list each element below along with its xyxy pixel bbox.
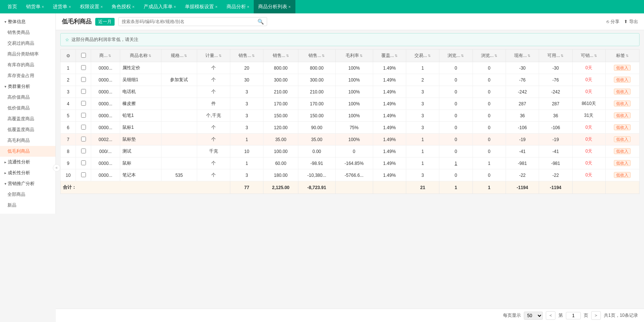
close-icon[interactable]: × [68, 4, 71, 9]
sidebar-item-category-assist[interactable]: 商品分类助销率 [0, 49, 55, 60]
select-all-checkbox[interactable] [81, 53, 86, 58]
row-tag: 低收入 [605, 110, 639, 122]
nav-sales-order[interactable]: 销货单 × [22, 0, 48, 13]
row-sale-qty: 3 [230, 110, 263, 122]
nav-permission[interactable]: 权限设置 × [76, 0, 107, 13]
export-button[interactable]: ⬆ 导出 [624, 19, 638, 25]
time-badge[interactable]: 近一月 [95, 18, 115, 26]
row-unit: 个 [197, 122, 230, 134]
col-browse-count[interactable]: 浏览...⇅ [439, 50, 472, 62]
close-icon[interactable]: × [247, 4, 249, 9]
sidebar-item-high-profit[interactable]: 高毛利商品 [0, 135, 55, 146]
row-stock-avail: 287 [539, 98, 572, 110]
col-sale-days[interactable]: 可销...⇅ [572, 50, 605, 62]
sidebar-collapse-button[interactable]: « [53, 164, 60, 172]
row-sale-price: 100.00 [263, 146, 298, 157]
row-select-checkbox[interactable] [81, 89, 86, 94]
sidebar-item-high-coverage[interactable]: 高覆盖度商品 [0, 114, 55, 124]
nav-role-auth[interactable]: 角色授权 × [107, 0, 139, 13]
sidebar-item-low-value[interactable]: 低价值商品 [0, 103, 55, 114]
close-icon[interactable]: × [288, 4, 291, 9]
row-checkbox[interactable] [76, 74, 91, 86]
col-unit[interactable]: 计量...⇅ [197, 50, 230, 62]
col-checkbox[interactable] [76, 50, 91, 62]
table-row: 4 0000... 橡皮擦 件 3 170.00 170.00 100% 1.4… [61, 98, 640, 110]
search-icon[interactable]: 🔍 [257, 19, 264, 25]
row-checkbox[interactable] [76, 146, 91, 157]
sidebar-item-low-coverage[interactable]: 低覆盖度商品 [0, 124, 55, 135]
search-input[interactable] [122, 19, 257, 24]
sidebar-item-traded-goods[interactable]: 交易过的商品 [0, 38, 55, 49]
row-checkbox[interactable] [76, 169, 91, 181]
row-select-checkbox[interactable] [81, 137, 86, 141]
row-checkbox[interactable] [76, 134, 91, 146]
nav-purchase-order[interactable]: 进货单 × [48, 0, 75, 13]
sidebar-group-marketing[interactable]: ▾ 营销推广分析 [0, 178, 55, 189]
col-tag[interactable]: 标签⇅ [605, 50, 639, 62]
row-checkbox[interactable] [76, 110, 91, 122]
sidebar-item-all-goods[interactable]: 全部商品 [0, 189, 55, 200]
sidebar-group-growth[interactable]: ▸ 成长性分析 [0, 168, 55, 178]
row-select-checkbox[interactable] [81, 113, 86, 118]
nav-template-settings[interactable]: 单据模板设置 × [180, 0, 222, 13]
row-select-checkbox[interactable] [81, 172, 86, 177]
row-select-checkbox[interactable] [81, 77, 86, 82]
col-spec[interactable]: 规格...⇅ [161, 50, 197, 62]
nav-product-analysis[interactable]: 商品分析 × [222, 0, 254, 13]
sidebar-item-sales-goods[interactable]: 销售类商品 [0, 27, 55, 38]
row-checkbox[interactable] [76, 122, 91, 134]
row-select-checkbox[interactable] [81, 101, 86, 106]
close-icon[interactable]: × [42, 4, 44, 9]
sidebar-item-low-profit[interactable]: 低毛利商品 [0, 146, 55, 157]
row-checkbox[interactable] [76, 157, 91, 169]
col-trade-count[interactable]: 交易...⇅ [406, 50, 439, 62]
row-checkbox[interactable] [76, 62, 91, 74]
close-icon[interactable]: × [100, 4, 103, 9]
row-select-checkbox[interactable] [81, 65, 86, 70]
col-gross-rate[interactable]: 毛利率⇅ [335, 50, 373, 62]
close-icon[interactable]: × [174, 4, 176, 9]
sidebar-group-overall[interactable]: ▾ 整体信息 [0, 16, 55, 27]
col-sale-qty[interactable]: 销售...⇅ [230, 50, 263, 62]
nav-home[interactable]: 首页 [3, 0, 22, 13]
sidebar-group-circulation[interactable]: ▸ 流通性分析 [0, 157, 55, 168]
close-icon[interactable]: × [132, 4, 134, 9]
per-page-select[interactable]: 50 100 200 [524, 312, 543, 320]
sidebar-group-group-analysis[interactable]: ▾ 类群量分析 [0, 81, 55, 92]
nav-product-stock[interactable]: 产成品入库单 × [139, 0, 180, 13]
share-button[interactable]: ⎋ 分享 [606, 19, 619, 25]
col-code[interactable]: 商...⇅ [91, 50, 120, 62]
prev-page-button[interactable]: ＜ [546, 311, 555, 320]
nav-product-analysis-list[interactable]: 商品分析列表 × [254, 0, 295, 13]
close-icon[interactable]: × [215, 4, 217, 9]
row-select-checkbox[interactable] [81, 149, 86, 153]
next-page-button[interactable]: ＞ [591, 311, 601, 320]
row-select-checkbox[interactable] [81, 125, 86, 130]
col-sale-price[interactable]: 销售...⇅ [263, 50, 298, 62]
row-browse-count[interactable]: 1 [439, 157, 472, 169]
page-title: 低毛利商品 [62, 18, 92, 26]
sidebar-item-new-goods[interactable]: 新品 [0, 200, 55, 211]
row-stock-now: -242 [506, 86, 539, 98]
col-name[interactable]: 商品名称⇅ [120, 50, 161, 62]
col-cover-rate[interactable]: 覆盖...⇅ [373, 50, 406, 62]
tag-badge: 低收入 [614, 160, 631, 166]
col-stock-now[interactable]: 现有...⇅ [506, 50, 539, 62]
col-stock-avail[interactable]: 可用...⇅ [539, 50, 572, 62]
col-settings[interactable]: ⚙ [61, 50, 76, 62]
page-number-input[interactable] [566, 312, 581, 319]
row-sale-qty: 10 [230, 146, 263, 157]
col-sale-profit[interactable]: 销售...⇅ [298, 50, 335, 62]
row-checkbox[interactable] [76, 98, 91, 110]
sidebar-item-high-value[interactable]: 高价值商品 [0, 92, 55, 103]
sidebar-item-stock-capital[interactable]: 库存资金占用 [0, 70, 55, 81]
table-row: 3 0000... 电话机 个 3 210.00 210.00 100% 1.4… [61, 86, 640, 98]
tag-badge: 低收入 [614, 172, 631, 178]
row-num: 1 [61, 62, 76, 74]
row-select-checkbox[interactable] [81, 160, 86, 165]
row-spec [161, 110, 197, 122]
sidebar-item-stock-goods[interactable]: 有库存的商品 [0, 60, 55, 70]
notice-bar: ☆ 这部分商品的利润非常低，请关注 [60, 33, 640, 46]
row-checkbox[interactable] [76, 86, 91, 98]
col-browse-count2[interactable]: 浏览...⇅ [472, 50, 506, 62]
